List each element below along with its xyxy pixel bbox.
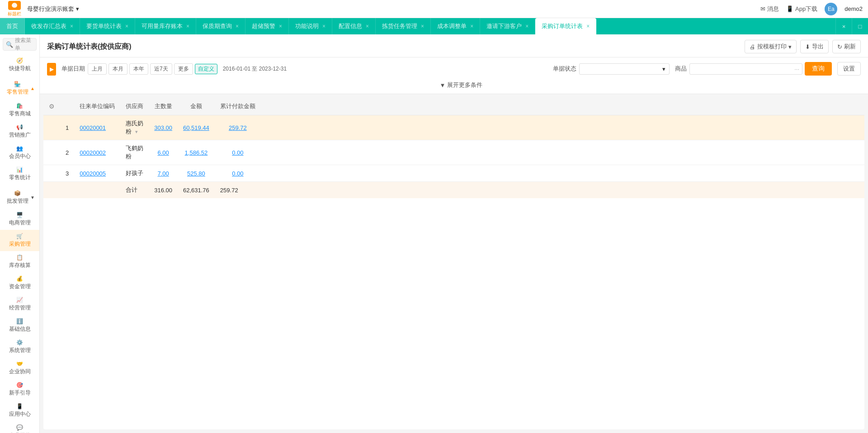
filter-custom-tag: 自定义: [195, 64, 217, 74]
tab-available-stock[interactable]: 可用量库存账本 ×: [135, 18, 196, 34]
goods-filter-label: 商品: [675, 65, 687, 73]
ecommerce-icon: 🖥️: [16, 212, 23, 218]
nav-tabs: 首页 收发存汇总表 × 要货单统计表 × 可用量库存账本 × 保质期查询 × 超…: [0, 18, 868, 34]
tab-cost-adjust-close[interactable]: ×: [470, 23, 473, 29]
footer-paid-amount: 259.72: [215, 182, 261, 199]
tab-order-summary[interactable]: 要货单统计表 ×: [80, 18, 135, 34]
message-button[interactable]: ✉ 消息: [760, 5, 779, 13]
filter-goods-input[interactable]: [689, 63, 802, 75]
store-icon: 🏪: [14, 81, 21, 87]
tab-cost-adjust[interactable]: 成本调整单 ×: [431, 18, 480, 34]
tab-available-stock-close[interactable]: ×: [186, 23, 189, 29]
row-amount-2[interactable]: 1,586.52: [178, 140, 215, 165]
sidebar-item-purchase-mgmt[interactable]: 🛒 采购管理: [0, 230, 39, 251]
sidebar-item-operations-mgmt[interactable]: 📈 经营管理: [0, 294, 39, 315]
filter-btn-this-month[interactable]: 本月: [108, 63, 127, 75]
row-amount-3[interactable]: 525.80: [178, 165, 215, 182]
print-button[interactable]: 🖨 按模板打印 ▾: [745, 40, 797, 53]
filter-collapse-button[interactable]: ▶: [47, 63, 56, 76]
phone-icon: 📱: [786, 5, 793, 12]
sidebar-item-new-user-guide[interactable]: 🎯 新手引导: [0, 379, 39, 400]
footer-label: 合计: [120, 182, 149, 199]
sidebar-item-finance-mgmt[interactable]: 💰 资金管理: [0, 272, 39, 294]
tab-overstock-alert-close[interactable]: ×: [279, 23, 282, 29]
filter-btn-this-year[interactable]: 本年: [129, 63, 148, 75]
settings-button[interactable]: 设置: [837, 62, 861, 76]
tab-config-info[interactable]: 配置信息 ×: [332, 18, 376, 34]
export-button[interactable]: ⬇ 导出: [800, 40, 829, 53]
search-icon: 🔍: [6, 41, 13, 48]
table-row: 3 00020005 好孩子 7.00 525.80 0.00: [43, 165, 864, 182]
sidebar-item-retail-stats[interactable]: 📊 零售统计: [0, 163, 39, 185]
refresh-button[interactable]: ↻ 刷新: [832, 40, 861, 53]
goods-input-more-icon[interactable]: ···: [794, 66, 799, 72]
tab-receive-summary[interactable]: 收发存汇总表 ×: [25, 18, 80, 34]
sidebar-item-retail-shop[interactable]: 🛍️ 零售商城: [0, 100, 39, 121]
tab-overstock-alert[interactable]: 超储预警 ×: [245, 18, 289, 34]
sidebar: 🔍 搜索菜单 🧭 快捷导航 🏪 零售管理 ▲ 🛍️ 零售商城 📢 营销推广 👥: [0, 34, 40, 433]
tab-invite-downstream[interactable]: 邀请下游客户 ×: [480, 18, 535, 34]
sidebar-item-shortcut[interactable]: 🧭 快捷导航: [0, 54, 39, 76]
row-paid-amount-1[interactable]: 259.72: [215, 115, 261, 140]
footer-seq: [60, 182, 74, 199]
sidebar-item-app-center[interactable]: 📱 应用中心: [0, 400, 39, 421]
user-avatar[interactable]: Ea: [825, 3, 837, 15]
data-table: ⚙ 往来单位编码 供应商 主数量 金额 累计付款金额 1: [43, 98, 864, 198]
tab-maximize-button[interactable]: □: [852, 18, 868, 34]
tab-pick-task-close[interactable]: ×: [421, 23, 424, 29]
row-amount-1[interactable]: 60,519.44: [178, 115, 215, 140]
tab-purchase-summary[interactable]: 采购订单统计表 ×: [535, 18, 596, 34]
export-label: 导出: [812, 43, 824, 51]
sidebar-item-enterprise-wechat[interactable]: 💬 企业微信: [0, 421, 39, 433]
tab-receive-summary-label: 收发存汇总表: [31, 22, 66, 30]
sidebar-wholesale-label: 批发管理: [7, 197, 28, 205]
page-title: 采购订单统计表(按供应商): [47, 42, 132, 52]
row-extra-1: [261, 115, 864, 140]
row-paid-amount-3[interactable]: 0.00: [215, 165, 261, 182]
tab-order-summary-close[interactable]: ×: [125, 23, 128, 29]
row-unit-code-3[interactable]: 00020005: [74, 165, 120, 182]
app-download-button[interactable]: 📱 App下载: [786, 5, 817, 13]
tab-warranty-query[interactable]: 保质期查询 ×: [196, 18, 245, 34]
supplier-expand-icon-1[interactable]: ▾: [135, 129, 138, 134]
sidebar-search-box[interactable]: 🔍 搜索菜单: [3, 38, 37, 51]
tab-function-desc[interactable]: 功能说明 ×: [289, 18, 332, 34]
row-unit-code-2[interactable]: 00020002: [74, 140, 120, 165]
tab-warranty-query-close[interactable]: ×: [236, 23, 239, 29]
row-qty-2[interactable]: 6.00: [149, 140, 178, 165]
sidebar-item-enterprise-collab[interactable]: 🤝 企业协同: [0, 357, 39, 379]
workspace-selector[interactable]: 母婴行业演示账套 ▾: [27, 5, 79, 13]
tab-config-info-close[interactable]: ×: [366, 23, 369, 29]
filter-status-select[interactable]: ▾: [579, 63, 670, 75]
sidebar-item-stock-check[interactable]: 📋 库存核算: [0, 251, 39, 272]
tab-receive-summary-close[interactable]: ×: [70, 23, 73, 29]
query-button[interactable]: 查询: [805, 62, 832, 76]
sidebar-item-wholesale-mgmt[interactable]: 📦 批发管理 ▼: [0, 186, 39, 209]
sidebar-item-ecommerce-mgmt[interactable]: 🖥️ 电商管理: [0, 209, 39, 230]
row-qty-1[interactable]: 303.00: [149, 115, 178, 140]
expand-filter-button[interactable]: ▼ 展开更多条件: [440, 81, 483, 89]
sidebar-item-marketing[interactable]: 📢 营销推广: [0, 121, 39, 142]
column-settings-icon[interactable]: ⚙: [49, 103, 55, 110]
col-supplier-header: 供应商: [120, 98, 149, 115]
purchase-icon: 🛒: [16, 233, 23, 239]
tab-home[interactable]: 首页: [0, 18, 25, 34]
tab-function-desc-close[interactable]: ×: [322, 23, 326, 29]
tab-close-all-button[interactable]: ×: [835, 18, 852, 34]
filter-btn-last-month[interactable]: 上月: [88, 63, 107, 75]
row-qty-3[interactable]: 7.00: [149, 165, 178, 182]
row-settings-3: [43, 165, 60, 182]
col-amount-header: 金额: [178, 98, 215, 115]
tab-invite-downstream-close[interactable]: ×: [525, 23, 528, 29]
filter-btn-last-7-days[interactable]: 近7天: [150, 63, 172, 75]
filter-btn-more[interactable]: 更多: [174, 63, 193, 75]
sidebar-item-basic-info[interactable]: ℹ️ 基础信息: [0, 315, 39, 336]
row-paid-amount-2[interactable]: 0.00: [215, 140, 261, 165]
tab-purchase-summary-close[interactable]: ×: [586, 23, 590, 29]
tab-pick-task[interactable]: 拣货任务管理 ×: [376, 18, 431, 34]
row-unit-code-1[interactable]: 00020001: [74, 115, 120, 140]
tab-cost-adjust-label: 成本调整单: [437, 22, 467, 30]
sidebar-item-member-center[interactable]: 👥 会员中心: [0, 142, 39, 163]
sidebar-item-system-mgmt[interactable]: ⚙️ 系统管理: [0, 336, 39, 357]
sidebar-item-retail-mgmt[interactable]: 🏪 零售管理 ▲: [0, 77, 39, 100]
